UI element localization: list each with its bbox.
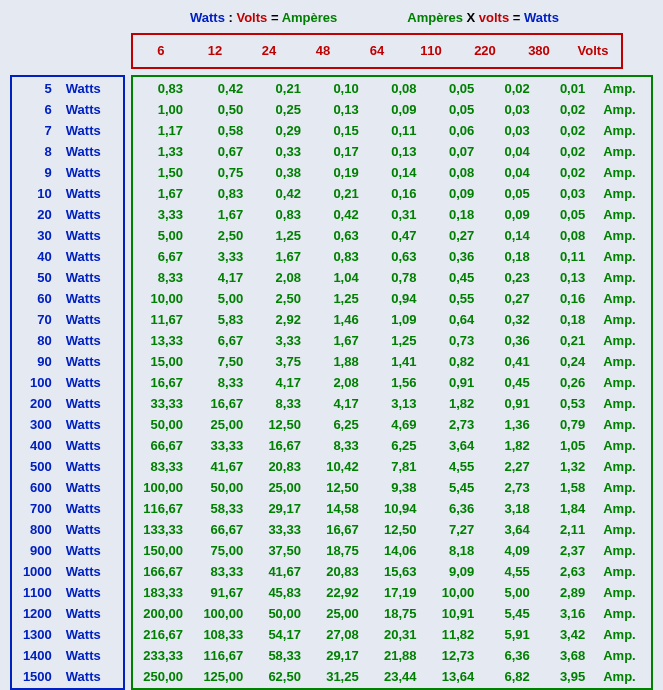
ampere-cell: 0,18	[486, 247, 539, 266]
ampere-cell: 1,82	[486, 436, 539, 455]
ampere-cell: 0,41	[486, 352, 539, 371]
ampere-cell: 0,83	[313, 247, 369, 266]
ampere-cell: 11,82	[428, 625, 484, 644]
ampere-cell: 3,64	[486, 520, 539, 539]
ampere-cell: 25,00	[255, 478, 311, 497]
ampere-cell: 6,36	[486, 646, 539, 665]
watts-unit: Watts	[62, 79, 121, 98]
volts-label: Volts	[567, 37, 619, 65]
ampere-cell: 8,33	[195, 373, 253, 392]
watts-unit: Watts	[62, 394, 121, 413]
ampere-cell: 9,09	[428, 562, 484, 581]
ampere-cell: 21,88	[371, 646, 427, 665]
ampere-cell: 0,11	[542, 247, 595, 266]
ampere-cell: 3,33	[195, 247, 253, 266]
watts-value: 500	[14, 457, 60, 476]
ampere-cell: 4,55	[486, 562, 539, 581]
watts-unit: Watts	[62, 289, 121, 308]
watts-value: 90	[14, 352, 60, 371]
ampere-cell: 2,11	[542, 520, 595, 539]
ampere-cell: 0,19	[313, 163, 369, 182]
ampere-cell: 2,92	[255, 310, 311, 329]
ampere-cell: 1,58	[542, 478, 595, 497]
ampere-cell: 45,83	[255, 583, 311, 602]
ampere-cell: 33,33	[135, 394, 193, 413]
ampere-cell: 13,64	[428, 667, 484, 686]
watts-value: 200	[14, 394, 60, 413]
ampere-cell: 8,33	[135, 268, 193, 287]
ampere-cell: 2,08	[313, 373, 369, 392]
ampere-unit: Amp.	[597, 184, 649, 203]
watts-value: 100	[14, 373, 60, 392]
ampere-cell: 1,05	[542, 436, 595, 455]
ampere-cell: 18,75	[371, 604, 427, 623]
ampere-cell: 0,18	[542, 310, 595, 329]
ampere-unit: Amp.	[597, 478, 649, 497]
ampere-cell: 0,83	[195, 184, 253, 203]
watts-value: 1100	[14, 583, 60, 602]
watts-unit: Watts	[62, 436, 121, 455]
ampere-cell: 58,33	[255, 646, 311, 665]
ampere-cell: 0,63	[313, 226, 369, 245]
ampere-cell: 17,19	[371, 583, 427, 602]
ampere-unit: Amp.	[597, 583, 649, 602]
ampere-cell: 0,14	[371, 163, 427, 182]
ampere-cell: 33,33	[195, 436, 253, 455]
watts-unit: Watts	[62, 268, 121, 287]
ampere-cell: 1,67	[313, 331, 369, 350]
ampere-unit: Amp.	[597, 247, 649, 266]
watts-unit: Watts	[62, 541, 121, 560]
ampere-unit: Amp.	[597, 604, 649, 623]
ampere-cell: 0,67	[195, 142, 253, 161]
ampere-unit: Amp.	[597, 205, 649, 224]
ampere-cell: 5,00	[486, 583, 539, 602]
volts-header-cell: 48	[297, 37, 349, 65]
ampere-cell: 0,45	[428, 268, 484, 287]
ampere-cell: 3,33	[135, 205, 193, 224]
ampere-cell: 0,13	[313, 100, 369, 119]
ampere-cell: 1,88	[313, 352, 369, 371]
ampere-unit: Amp.	[597, 415, 649, 434]
ampere-cell: 116,67	[135, 499, 193, 518]
ampere-cell: 29,17	[313, 646, 369, 665]
ampere-cell: 0,08	[371, 79, 427, 98]
ampere-cell: 4,69	[371, 415, 427, 434]
conversion-table: 612244864110220380Volts 5Watts6Watts7Wat…	[10, 33, 653, 690]
ampere-cell: 0,63	[371, 247, 427, 266]
watts-value: 7	[14, 121, 60, 140]
ampere-cell: 0,27	[486, 289, 539, 308]
ampere-cell: 2,37	[542, 541, 595, 560]
ampere-cell: 3,18	[486, 499, 539, 518]
ampere-cell: 0,14	[486, 226, 539, 245]
ampere-cell: 3,95	[542, 667, 595, 686]
watts-unit: Watts	[62, 247, 121, 266]
ampere-unit: Amp.	[597, 625, 649, 644]
ampere-cell: 12,50	[313, 478, 369, 497]
watts-value: 8	[14, 142, 60, 161]
ampere-cell: 0,50	[195, 100, 253, 119]
ampere-cell: 0,36	[428, 247, 484, 266]
ampere-cell: 0,78	[371, 268, 427, 287]
ampere-cell: 0,24	[542, 352, 595, 371]
ampere-cell: 0,08	[542, 226, 595, 245]
ampere-cell: 15,63	[371, 562, 427, 581]
ampere-cell: 41,67	[255, 562, 311, 581]
ampere-cell: 0,83	[135, 79, 193, 98]
ampere-cell: 4,17	[195, 268, 253, 287]
ampere-cell: 0,03	[486, 100, 539, 119]
ampere-cell: 0,09	[371, 100, 427, 119]
ampere-cell: 29,17	[255, 499, 311, 518]
watts-value: 300	[14, 415, 60, 434]
formula-right: Ampères X volts = Watts	[407, 10, 559, 25]
ampere-cell: 0,64	[428, 310, 484, 329]
ampere-cell: 91,67	[195, 583, 253, 602]
ampere-unit: Amp.	[597, 226, 649, 245]
ampere-cell: 0,03	[542, 184, 595, 203]
ampere-cell: 16,67	[313, 520, 369, 539]
ampere-cell: 31,25	[313, 667, 369, 686]
formula-left: Watts : Volts = Ampères	[190, 10, 337, 25]
ampere-cell: 2,89	[542, 583, 595, 602]
ampere-cell: 8,33	[255, 394, 311, 413]
ampere-cell: 7,27	[428, 520, 484, 539]
ampere-unit: Amp.	[597, 499, 649, 518]
